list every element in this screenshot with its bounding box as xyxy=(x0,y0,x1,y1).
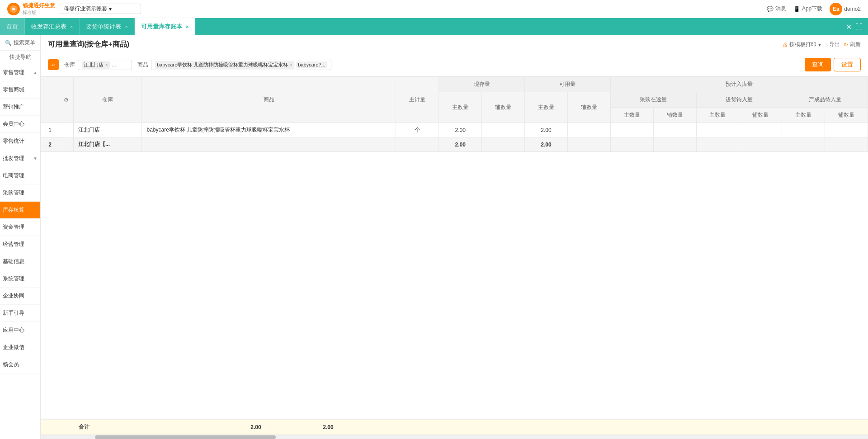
sidebar-item-enterprise-wechat[interactable]: 企业微信 xyxy=(0,339,40,356)
search-label: 搜索菜单 xyxy=(14,39,35,47)
sidebar-item-operations[interactable]: 经营管理 xyxy=(0,236,40,253)
sidebar-item-vip-member[interactable]: 畅会员 xyxy=(0,356,40,373)
sidebar-nav[interactable]: 快捷导航 xyxy=(0,51,40,64)
th-warehouse: 仓库 xyxy=(74,77,142,123)
product-tag1-close[interactable]: × xyxy=(290,62,292,67)
th-available-main: 主数量 xyxy=(525,92,568,123)
warehouse-filter: 仓库 江北门店 × ... xyxy=(64,60,132,70)
sidebar-item-purchase-label: 采购管理 xyxy=(3,189,24,197)
th-subgroup-purchase: 采购在途量 xyxy=(610,92,696,108)
th-setting[interactable]: ⚙ xyxy=(59,77,74,123)
table-scrollbar[interactable] xyxy=(41,434,868,439)
sidebar-item-marketing-label: 营销推广 xyxy=(3,103,24,111)
td-prod-main-1 xyxy=(782,123,825,137)
warehouse-filter-value[interactable]: 江北门店 × ... xyxy=(78,60,132,70)
print-label: 按模板打印 xyxy=(789,41,816,48)
tab-order-stat[interactable]: 要货单统计表 × xyxy=(80,18,134,35)
message-action[interactable]: 💬 消息 xyxy=(767,5,786,13)
td-warehouse-2: 江北门店【... xyxy=(74,137,142,152)
sidebar-item-system[interactable]: 系统管理 xyxy=(0,270,40,288)
sidebar-item-wholesale[interactable]: 批发管理 ▼ xyxy=(0,150,40,167)
warehouse-tag-text: 江北门店 xyxy=(84,61,104,68)
sidebar-item-retail[interactable]: 零售管理 ▲ xyxy=(0,64,40,81)
sidebar-item-ecommerce-label: 电商管理 xyxy=(3,172,24,179)
sidebar-item-enterprise-wechat-label: 企业微信 xyxy=(3,344,24,351)
tab-order-stat-close[interactable]: × xyxy=(125,24,127,29)
sidebar-retail-arrow: ▲ xyxy=(33,70,38,75)
sidebar-item-ecommerce[interactable]: 电商管理 xyxy=(0,167,40,184)
td-pt-sub-1 xyxy=(653,123,696,137)
td-unit-2 xyxy=(396,137,439,152)
warehouse-filter-label: 仓库 xyxy=(64,61,75,69)
tab-close-all-icon[interactable]: ✕ xyxy=(846,23,852,31)
refresh-action[interactable]: ↻ 刷新 xyxy=(844,41,861,48)
tab-home-label: 首页 xyxy=(6,23,18,31)
warehouse-tag-close[interactable]: × xyxy=(105,62,108,67)
sidebar-wholesale-arrow: ▼ xyxy=(33,156,38,161)
sidebar-item-member-label: 会员中心 xyxy=(3,120,24,128)
td-inb-sub-2 xyxy=(739,137,782,152)
td-product-2 xyxy=(142,137,396,152)
footer-current-main: 2.00 xyxy=(238,424,274,430)
warehouse-dots[interactable]: ... xyxy=(112,61,116,68)
td-pt-sub-2 xyxy=(653,137,696,152)
query-button[interactable]: 查询 xyxy=(805,58,831,71)
tab-available-stock[interactable]: 可用量库存账本 × xyxy=(135,18,195,35)
sidebar-item-enterprise[interactable]: 企业协同 xyxy=(0,288,40,305)
product-tag2: babycare?... xyxy=(296,61,327,68)
sidebar-search[interactable]: 🔍 搜索菜单 xyxy=(0,35,40,51)
td-pt-main-1 xyxy=(610,123,653,137)
th-available-sub: 辅数量 xyxy=(567,92,610,123)
th-inb-main: 主数量 xyxy=(696,108,739,123)
sidebar-item-retail-stat[interactable]: 零售统计 xyxy=(0,133,40,150)
export-icon: ↑ xyxy=(825,42,827,48)
product-tag1: babycare学饮杯 儿童防摔防撞吸管杯重力球吸嘴杯宝宝水杯 × xyxy=(155,61,294,69)
th-group-available: 可用量 xyxy=(525,77,611,92)
tab-available-stock-close[interactable]: × xyxy=(186,24,189,29)
top-bar-left: 畅捷通好生意 标准版 母婴行业演示账套 ▾ xyxy=(7,2,141,16)
sidebar-item-new-guide[interactable]: 新手引导 xyxy=(0,305,40,322)
content-area: 可用量查询(按仓库+商品) 🖨 按模板打印 ▾ ↑ 导出 ↻ 刷新 xyxy=(41,35,868,439)
page-container: 可用量查询(按仓库+商品) 🖨 按模板打印 ▾ ↑ 导出 ↻ 刷新 xyxy=(41,35,868,439)
sidebar-item-finance[interactable]: 资金管理 xyxy=(0,219,40,236)
logo-text: 畅捷通好生意 xyxy=(23,2,55,9)
page-actions: 🖨 按模板打印 ▾ ↑ 导出 ↻ 刷新 xyxy=(782,41,861,48)
sidebar-item-retail-shop[interactable]: 零售商城 xyxy=(0,81,40,99)
td-inb-main-2 xyxy=(696,137,739,152)
tab-expand-icon[interactable]: ⛶ xyxy=(855,23,863,31)
product-tag2-text: babycare?... xyxy=(298,62,326,67)
tab-collection-close[interactable]: × xyxy=(70,24,73,29)
store-name: 母婴行业演示账套 xyxy=(64,5,107,13)
td-prod-sub-2 xyxy=(825,137,868,152)
table-row: 1 江北门店 babycare学饮杯 儿童防摔防撞吸管杯重力球吸嘴杯宝宝水杯 个… xyxy=(41,123,868,137)
filter-bar: » 仓库 江北门店 × ... 商品 babycare xyxy=(41,53,868,76)
td-available-sub-1 xyxy=(567,123,610,137)
th-current-main: 主数量 xyxy=(439,92,482,123)
footer-available-main: 2.00 xyxy=(310,424,346,430)
download-icon: 📱 xyxy=(793,6,800,12)
sidebar-item-app-center[interactable]: 应用中心 xyxy=(0,322,40,339)
product-filter-value[interactable]: babycare学饮杯 儿童防摔防撞吸管杯重力球吸嘴杯宝宝水杯 × babyca… xyxy=(151,60,331,70)
scrollbar-thumb[interactable] xyxy=(95,435,276,439)
user-action[interactable]: Ea demo2 xyxy=(830,3,861,15)
page-title: 可用量查询(按仓库+商品) xyxy=(48,40,129,49)
sidebar-item-basic[interactable]: 基础信息 xyxy=(0,253,40,270)
sidebar-item-member[interactable]: 会员中心 xyxy=(0,116,40,133)
sidebar-item-marketing[interactable]: 营销推广 xyxy=(0,99,40,116)
sidebar-item-inventory[interactable]: 库存核算 xyxy=(0,202,40,219)
td-product-1: babycare学饮杯 儿童防摔防撞吸管杯重力球吸嘴杯宝宝水杯 xyxy=(142,123,396,137)
tab-bar: 首页 收发存汇总表 × 要货单统计表 × 可用量库存账本 × ✕ ⛶ xyxy=(0,18,868,35)
export-action[interactable]: ↑ 导出 xyxy=(825,41,840,48)
th-group-forecast: 预计入库量 xyxy=(610,77,868,92)
filter-expand-btn[interactable]: » xyxy=(48,59,59,70)
tab-home[interactable]: 首页 xyxy=(0,18,25,35)
th-current-sub: 辅数量 xyxy=(482,92,525,123)
table-footer: 合计 2.00 2.00 xyxy=(41,419,868,434)
th-rownum xyxy=(41,77,59,123)
store-select[interactable]: 母婴行业演示账套 ▾ xyxy=(60,4,141,14)
setting-button[interactable]: 设置 xyxy=(834,58,861,71)
print-action[interactable]: 🖨 按模板打印 ▾ xyxy=(782,41,821,48)
download-action[interactable]: 📱 App下载 xyxy=(793,5,822,13)
sidebar-item-purchase[interactable]: 采购管理 xyxy=(0,184,40,202)
tab-collection[interactable]: 收发存汇总表 × xyxy=(25,18,80,35)
